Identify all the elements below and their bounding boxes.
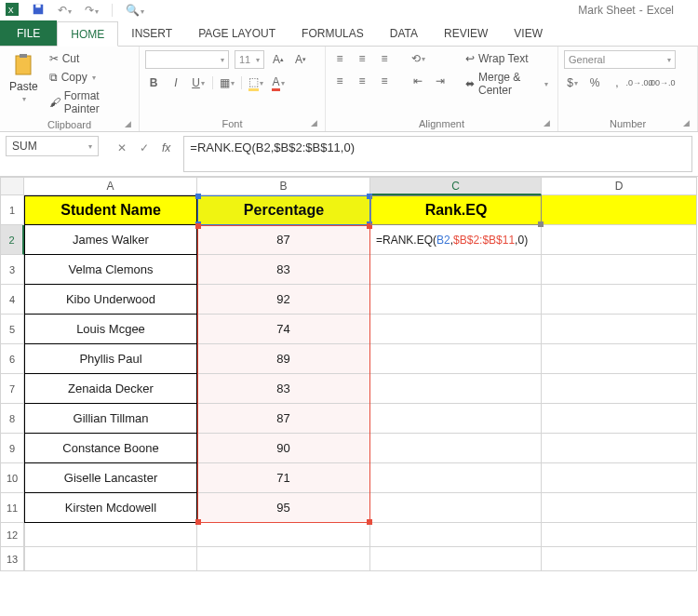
- cell-name[interactable]: Kirsten Mcdowell: [24, 493, 197, 523]
- tab-insert[interactable]: INSERT: [118, 20, 185, 46]
- underline-button[interactable]: U▾: [190, 74, 207, 91]
- cell-pct[interactable]: 83: [197, 374, 370, 404]
- orientation-icon[interactable]: ⟲▾: [409, 50, 426, 67]
- format-painter-button[interactable]: 🖌Format Painter: [46, 87, 133, 117]
- cell[interactable]: [370, 434, 542, 463]
- cell-pct[interactable]: 87: [197, 225, 370, 255]
- row-header[interactable]: 13: [0, 547, 24, 571]
- align-center-icon[interactable]: ≡: [354, 73, 370, 89]
- shrink-font-icon[interactable]: A▾: [292, 51, 309, 68]
- cell-pct[interactable]: 90: [197, 434, 370, 463]
- dialog-launcher-icon[interactable]: ◢: [544, 118, 550, 127]
- cell-pct[interactable]: 74: [197, 315, 370, 344]
- align-bottom-icon[interactable]: ≡: [376, 50, 393, 67]
- cell[interactable]: [542, 404, 697, 434]
- increase-indent-icon[interactable]: ⇥: [432, 73, 449, 89]
- cell[interactable]: [370, 344, 542, 374]
- cell[interactable]: [24, 523, 197, 547]
- align-right-icon[interactable]: ≡: [376, 73, 393, 89]
- cell[interactable]: [542, 493, 697, 523]
- cell[interactable]: [370, 523, 542, 547]
- italic-button[interactable]: I: [168, 74, 184, 91]
- enter-icon[interactable]: ✓: [140, 141, 149, 154]
- decrease-indent-icon[interactable]: ⇤: [409, 73, 426, 89]
- cell[interactable]: [370, 463, 542, 493]
- cell[interactable]: [542, 255, 697, 285]
- row-header[interactable]: 1: [0, 195, 24, 225]
- cell-pct[interactable]: 71: [197, 463, 370, 493]
- cell-name[interactable]: James Walker: [24, 225, 197, 255]
- cell[interactable]: [370, 547, 542, 571]
- comma-icon[interactable]: ,: [609, 74, 625, 91]
- cell-name[interactable]: Phyllis Paul: [24, 344, 197, 374]
- row-header[interactable]: 9: [0, 434, 24, 463]
- row-header[interactable]: 8: [0, 404, 24, 434]
- cell[interactable]: [542, 547, 697, 571]
- fill-color-button[interactable]: ⬚▾: [248, 74, 264, 91]
- cell[interactable]: [370, 493, 542, 523]
- tab-page-layout[interactable]: PAGE LAYOUT: [185, 20, 289, 46]
- header-student[interactable]: Student Name: [24, 195, 197, 225]
- cell[interactable]: [370, 374, 542, 404]
- cell[interactable]: [370, 285, 542, 315]
- align-left-icon[interactable]: ≡: [331, 73, 348, 89]
- undo-icon[interactable]: ↶▾: [58, 4, 72, 17]
- row-header[interactable]: 10: [0, 463, 24, 493]
- col-header-a[interactable]: A: [24, 177, 197, 195]
- percent-icon[interactable]: %: [586, 74, 603, 91]
- font-size-combo[interactable]: 11▾: [235, 50, 264, 69]
- tab-view[interactable]: VIEW: [501, 20, 556, 46]
- cut-button[interactable]: ✂Cut: [46, 50, 133, 67]
- header-percentage[interactable]: Percentage: [197, 195, 370, 225]
- cell-name[interactable]: Giselle Lancaster: [24, 463, 197, 493]
- paste-button[interactable]: Paste ▾: [6, 50, 42, 105]
- copy-button[interactable]: ⧉Copy▾: [46, 69, 133, 86]
- cell[interactable]: [542, 434, 697, 463]
- increase-decimal-icon[interactable]: .0→.00: [631, 74, 648, 91]
- cell-pct[interactable]: 92: [197, 285, 370, 315]
- row-header[interactable]: 5: [0, 315, 24, 344]
- border-button[interactable]: ▦▾: [219, 74, 235, 91]
- tab-home[interactable]: HOME: [57, 21, 118, 47]
- cell[interactable]: [542, 225, 697, 255]
- cell-pct[interactable]: 83: [197, 255, 370, 285]
- select-all-corner[interactable]: [0, 177, 24, 195]
- cell[interactable]: [542, 285, 697, 315]
- row-header[interactable]: 2: [0, 225, 24, 255]
- merge-center-button[interactable]: ⬌Merge & Center▾: [462, 69, 552, 99]
- cancel-icon[interactable]: ✕: [117, 141, 127, 154]
- col-header-b[interactable]: B: [197, 177, 370, 195]
- dialog-launcher-icon[interactable]: ◢: [683, 118, 690, 127]
- cell-name[interactable]: Zenaida Decker: [24, 374, 197, 404]
- number-format-combo[interactable]: General▾: [564, 50, 676, 69]
- cell[interactable]: [370, 315, 542, 344]
- fx-icon[interactable]: fx: [162, 141, 170, 154]
- wrap-text-button[interactable]: ↩Wrap Text: [462, 50, 552, 67]
- currency-icon[interactable]: $▾: [564, 74, 581, 91]
- col-header-d[interactable]: D: [542, 177, 697, 195]
- preview-icon[interactable]: 🔍▾: [126, 4, 144, 17]
- bold-button[interactable]: B: [145, 74, 162, 91]
- cell[interactable]: [370, 404, 542, 434]
- cell-pct[interactable]: 95: [197, 493, 370, 523]
- redo-icon[interactable]: ↷▾: [85, 4, 99, 17]
- grow-font-icon[interactable]: A▴: [270, 51, 287, 68]
- cell[interactable]: [542, 195, 697, 225]
- cell-name[interactable]: Louis Mcgee: [24, 315, 197, 344]
- row-header[interactable]: 6: [0, 344, 24, 374]
- row-header[interactable]: 3: [0, 255, 24, 285]
- cell[interactable]: [542, 315, 697, 344]
- cell[interactable]: [542, 374, 697, 404]
- tab-formulas[interactable]: FORMULAS: [289, 20, 377, 46]
- cell[interactable]: [370, 255, 542, 285]
- col-header-c[interactable]: C: [370, 177, 542, 195]
- cell[interactable]: [24, 547, 197, 571]
- tab-review[interactable]: REVIEW: [431, 20, 501, 46]
- cell[interactable]: [542, 344, 697, 374]
- cell-formula[interactable]: =RANK.EQ(B2,$B$2:$B$11,0): [370, 225, 542, 255]
- row-header[interactable]: 12: [0, 523, 24, 547]
- cell[interactable]: [197, 523, 370, 547]
- tab-file[interactable]: FILE: [0, 20, 57, 46]
- cell[interactable]: [542, 463, 697, 493]
- cell[interactable]: [542, 523, 697, 547]
